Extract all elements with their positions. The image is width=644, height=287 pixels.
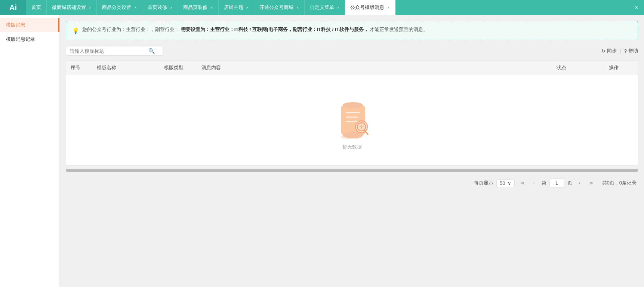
- search-input-wrapper[interactable]: 🔍: [66, 46, 163, 56]
- close-tab-shop-settings[interactable]: ×: [89, 5, 91, 10]
- empty-state: 暂无数据: [66, 75, 638, 165]
- table-header-action: 操作: [604, 61, 638, 75]
- help-icon: ?: [624, 48, 627, 54]
- nav-tab-template-message[interactable]: 公众号模版消息×: [345, 0, 395, 15]
- close-tab-shop-theme[interactable]: ×: [246, 5, 249, 10]
- close-tab-category-settings[interactable]: ×: [134, 5, 136, 10]
- page-size-select[interactable]: 50 ∨: [496, 179, 514, 187]
- divider: |: [620, 48, 621, 54]
- close-tab-product-decor[interactable]: ×: [210, 5, 213, 10]
- nav-tab-open-wechat-shop[interactable]: 开通公众号商城×: [254, 0, 304, 15]
- prev-page-button[interactable]: ‹: [530, 178, 539, 187]
- notice-icon: 💡: [72, 26, 79, 35]
- nav-tab-product-decor[interactable]: 商品页装修×: [178, 0, 218, 15]
- search-input[interactable]: [70, 48, 148, 54]
- close-tab-template-message[interactable]: ×: [387, 5, 389, 10]
- empty-text: 暂无数据: [74, 144, 630, 150]
- sync-icon: ↻: [601, 48, 606, 54]
- empty-illustration: [330, 98, 375, 143]
- search-button[interactable]: 🔍: [148, 48, 155, 54]
- close-all-button[interactable]: ×: [629, 0, 644, 15]
- table-header-status: 状态: [552, 61, 604, 75]
- nav-tab-shop-theme[interactable]: 店铺主题×: [219, 0, 254, 15]
- nav-tab-shop-settings[interactable]: 微商城店铺设置×: [47, 0, 97, 15]
- close-tab-homepage-decor[interactable]: ×: [170, 5, 172, 10]
- table-body: 暂无数据: [66, 75, 638, 166]
- nav-tab-category-settings[interactable]: 商品分类设置×: [97, 0, 142, 15]
- current-page-input[interactable]: [549, 178, 564, 187]
- help-button[interactable]: ? 帮助: [624, 48, 638, 54]
- close-tab-custom-menu[interactable]: ×: [337, 5, 339, 10]
- nav-tabs-container: 首页微商城店铺设置×商品分类设置×首页装修×商品页装修×店铺主题×开通公众号商城…: [26, 0, 629, 15]
- search-bar: 🔍 ↻ 同步 | ? 帮助: [66, 46, 638, 56]
- nav-tab-homepage-decor[interactable]: 首页装修×: [142, 0, 178, 15]
- notice-banner: 💡 您的公众号行业为：主营行业：，副营行业： 需要设置为：主营行业：IT科技 /…: [66, 21, 638, 40]
- main-layout: 模版消息模版消息记录 💡 您的公众号行业为：主营行业：，副营行业： 需要设置为：…: [0, 15, 644, 287]
- scrollbar-thumb[interactable]: [66, 169, 638, 172]
- sidebar: 模版消息模版消息记录: [0, 15, 60, 287]
- nav-tab-custom-menu[interactable]: 自定义菜单×: [305, 0, 345, 15]
- page-size-label: 每页显示: [474, 180, 493, 186]
- last-page-button[interactable]: ⊳: [587, 178, 596, 187]
- page-label: 第: [542, 180, 546, 186]
- table-header-row: 序号模版名称模版类型消息内容状态操作: [66, 61, 638, 75]
- next-page-button[interactable]: ›: [575, 178, 584, 187]
- close-tab-open-wechat-shop[interactable]: ×: [296, 5, 299, 10]
- app-logo: Ai: [0, 0, 26, 15]
- empty-state-row: 暂无数据: [66, 75, 638, 166]
- svg-point-1: [343, 102, 363, 108]
- table-header-name: 模版名称: [92, 61, 160, 75]
- page-total-label: 共0页，0条记录: [602, 180, 637, 186]
- pagination: 每页显示 50 ∨ ⊲ ‹ 第 页 › ⊳ 共0页，0条记录: [66, 175, 638, 191]
- top-navigation: Ai 首页微商城店铺设置×商品分类设置×首页装修×商品页装修×店铺主题×开通公众…: [0, 0, 644, 15]
- sidebar-item-template-message[interactable]: 模版消息: [0, 18, 59, 32]
- sidebar-item-template-message-record[interactable]: 模版消息记录: [0, 32, 59, 46]
- chevron-down-icon: ∨: [508, 180, 511, 186]
- first-page-button[interactable]: ⊲: [518, 178, 527, 187]
- notice-text: 您的公众号行业为：主营行业：，副营行业： 需要设置为：主营行业：IT科技 / 互…: [82, 26, 428, 34]
- data-table: 序号模版名称模版类型消息内容状态操作: [66, 60, 638, 166]
- sync-button[interactable]: ↻ 同步: [601, 48, 617, 54]
- page-unit-label: 页: [567, 180, 572, 186]
- table-header-type: 模版类型: [160, 61, 197, 75]
- table-header-seq: 序号: [66, 61, 92, 75]
- horizontal-scrollbar[interactable]: [66, 169, 638, 172]
- table-header-content: 消息内容: [197, 61, 552, 75]
- content-area: 💡 您的公众号行业为：主营行业：，副营行业： 需要设置为：主营行业：IT科技 /…: [60, 15, 644, 287]
- table-header: 序号模版名称模版类型消息内容状态操作: [66, 61, 638, 75]
- nav-tab-home[interactable]: 首页: [26, 0, 47, 15]
- search-actions: ↻ 同步 | ? 帮助: [601, 48, 638, 54]
